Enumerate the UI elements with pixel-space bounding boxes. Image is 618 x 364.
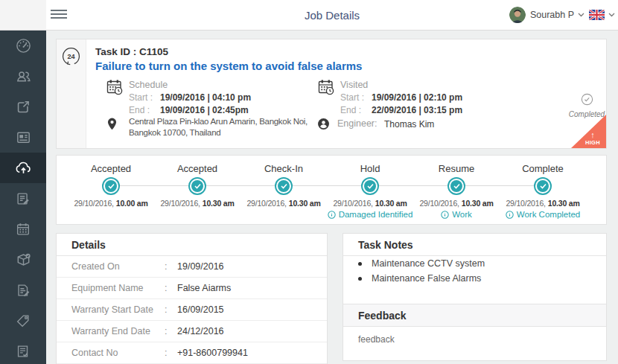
sidebar-item-calendar-icon[interactable] (0, 214, 46, 244)
timeline-step: Check-In 29/10/2016,10.30 am (240, 156, 327, 224)
location-pin-icon (107, 118, 117, 133)
detail-row: Warranty Start Date:16/09/2015 (57, 299, 327, 321)
task-notes-panel: Task Notes Maintenance CCTV system Maint… (343, 233, 607, 361)
timeline-step: Accepted 29/10/2016,10.00 am (68, 156, 154, 224)
timeline-card: Accepted 29/10/2016,10.00 am Accepted 29… (56, 155, 607, 225)
detail-row: Contact No:+91-8600799941 (57, 342, 327, 364)
info-icon (506, 211, 514, 219)
step-check-icon (534, 177, 552, 195)
timeline-step: Hold 29/10/2016,10.30 am Damaged Identif… (327, 156, 413, 224)
task-note-item: Maintenance False Alarms (358, 271, 606, 286)
detail-row: Warranty End Date:24/12/2016 (57, 321, 327, 342)
schedule-start: Start :19/09/2016 | 04:10 pm (129, 92, 251, 103)
schedule-calendar-icon (106, 78, 124, 99)
timeline-step: Accepted 29/10/2016,10.30 am (154, 156, 240, 224)
task-id: Task ID : C1105 (95, 46, 168, 57)
24-hour-service-icon: 24 (61, 46, 81, 69)
timeline-step: Complete 29/10/2016,10.30 am Work Comple… (500, 156, 586, 224)
engineer-avatar-icon (317, 118, 330, 133)
task-card-strip: 24 (57, 39, 86, 148)
visited-end: End :22/09/2016 | 03:15 pm (340, 105, 462, 115)
header-corner (0, 0, 46, 30)
user-avatar[interactable] (509, 7, 526, 23)
status-badge: Completed (564, 93, 609, 118)
top-header: Job Details Sourabh P (0, 0, 618, 31)
bullet-icon (358, 277, 362, 281)
schedule-end: End :19/09/2016 | 02:45pm (129, 105, 249, 115)
sidebar-item-news-icon[interactable] (0, 122, 46, 153)
schedule-label: Schedule (129, 80, 168, 90)
timeline-step: Resume 29/10/2016,10.30 am Work (413, 156, 500, 224)
sidebar-item-share-icon[interactable] (0, 92, 46, 122)
step-check-icon (447, 177, 465, 195)
bullet-icon (358, 262, 362, 266)
sidebar-item-report-edit-icon[interactable] (0, 275, 46, 305)
visited-label: Visited (340, 80, 368, 90)
sidebar-item-dashboard-icon[interactable] (0, 31, 46, 61)
feedback-title: Feedback (343, 304, 606, 327)
task-title[interactable]: Failure to turn on the system to avoid f… (95, 60, 362, 72)
visited-start: Start :19/09/2016 | 02:10 pm (340, 92, 462, 103)
visited-calendar-icon (317, 78, 335, 99)
engineer-name: Thomas Kim (384, 119, 434, 130)
priority-up-arrow-icon: ↑ (581, 131, 605, 139)
step-check-icon (188, 177, 206, 195)
sidebar-item-customers-icon[interactable] (0, 61, 46, 92)
engineer-label: Engineer: (337, 118, 378, 129)
svg-text:24: 24 (67, 53, 75, 60)
chevron-down-icon[interactable] (608, 13, 615, 17)
info-icon (328, 211, 336, 219)
task-summary-card: 24 Task ID : C1105 Failure to turn on th… (56, 39, 607, 149)
info-icon (441, 211, 449, 219)
task-note-item: Maintenance CCTV system (358, 256, 606, 271)
detail-row: Created On:19/09/2016 (57, 256, 327, 278)
step-check-icon (361, 177, 379, 195)
sidebar-item-parts-box-icon[interactable] (0, 244, 46, 275)
sidebar-item-task-edit-icon[interactable] (0, 183, 46, 214)
sidebar-item-jobs-cloud-upload-icon[interactable] (0, 153, 46, 183)
task-notes-title: Task Notes (343, 234, 606, 256)
sidebar-item-tag-icon[interactable] (0, 305, 46, 336)
priority-ribbon: ↑HIGH (571, 115, 606, 148)
details-title: Details (57, 234, 327, 256)
step-check-icon (102, 177, 120, 195)
completed-check-icon (581, 93, 593, 106)
details-panel: Details Created On:19/09/2016 Equipment … (56, 233, 328, 364)
task-address: Central Plaza Pin-klao Arun Amarin, Bang… (129, 116, 330, 138)
uk-flag-icon[interactable] (589, 10, 605, 20)
sidebar (0, 31, 46, 364)
user-name[interactable]: Sourabh P (530, 10, 574, 20)
feedback-text: feedback (343, 327, 606, 345)
step-check-icon (275, 177, 293, 195)
sidebar-item-checklist-icon[interactable] (0, 336, 46, 364)
chevron-down-icon[interactable] (578, 13, 584, 17)
detail-row: Equipment Name:False Aiarms (57, 278, 327, 299)
